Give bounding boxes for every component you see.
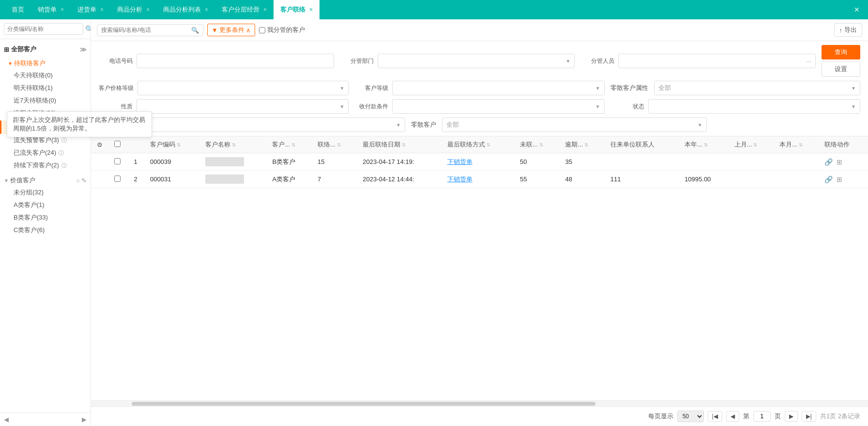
nav-close-customer-segmentation[interactable]: × [263, 6, 267, 13]
info-icon-lost: ⓘ [59, 150, 64, 156]
col-customer-code[interactable]: 客户编码 [145, 136, 200, 153]
person-input[interactable]: ··· [618, 54, 816, 68]
customer-type-dropdown-icon: ▼ [396, 122, 401, 128]
row1-grid-icon[interactable]: ⊞ [837, 158, 842, 166]
col-unit-contact[interactable]: 往来单位联系人 [606, 136, 680, 153]
customer-grade-select[interactable]: ▼ [392, 81, 604, 95]
row2-grid-icon[interactable]: ⊞ [837, 176, 842, 183]
col-last-month[interactable]: 上月... [730, 136, 775, 153]
row2-last-date: 2023-04-12 14:44: [358, 171, 442, 188]
phone-input[interactable] [137, 54, 334, 68]
sidebar-search-input[interactable] [4, 23, 83, 35]
row2-checkbox[interactable] [108, 171, 126, 188]
sidebar-all-customers[interactable]: ⊞ 全部客户 ≫ [0, 42, 91, 57]
nav-product-analysis-list[interactable]: 商品分析列表 × [156, 0, 215, 19]
nav-close-purchase-order[interactable]: × [100, 6, 104, 13]
export-button[interactable]: ↑ 导出 [834, 23, 863, 37]
scrollbar-thumb[interactable] [132, 402, 595, 406]
per-page-select[interactable]: 50 20 100 [677, 411, 704, 422]
filter-row-4: ··· 客户类型 ▼ 零散客户 全部 ▼ [99, 118, 860, 132]
col-settings[interactable]: ⚙ [91, 136, 108, 153]
row1-last-month [730, 153, 775, 171]
my-customers-checkbox-container[interactable]: 我分管的客户 [259, 26, 305, 34]
sidebar-bottom-nav: ◀ ▶ [0, 412, 91, 426]
circle-icon-value[interactable]: ○ [76, 177, 80, 184]
sidebar-item-declining[interactable]: 持续下滑客户(2) ⓘ [0, 159, 91, 172]
sidebar-collapse-icon[interactable]: ≫ [80, 46, 87, 53]
retail-customer-select[interactable]: 全部 ▼ [442, 118, 707, 132]
sidebar-nav-right[interactable]: ▶ [82, 416, 87, 423]
row1-link-icon[interactable]: 🔗 [824, 158, 833, 166]
select-all-checkbox[interactable] [114, 141, 121, 147]
row1-checkbox[interactable] [108, 153, 126, 171]
col-this-year[interactable]: 本年... [680, 136, 730, 153]
first-page-button[interactable]: |◀ [708, 411, 722, 422]
nav-close-sales-order[interactable]: × [61, 6, 64, 13]
nav-close-product-analysis[interactable]: × [146, 6, 150, 13]
payment-select[interactable]: ▼ [392, 99, 604, 114]
settings-button[interactable]: 设置 [822, 61, 860, 77]
top-navigation: 首页 销货单 × 进货单 × 商品分析 × 商品分析列表 × 客户分层经营 × … [0, 0, 868, 19]
col-last-contact-method[interactable]: 最后联络方式 [442, 136, 515, 153]
sidebar-item-today[interactable]: 今天待联络(0) [0, 69, 91, 82]
sidebar-section-value[interactable]: ▼ 价值客户 ○ ✎ [0, 174, 91, 186]
row1-last-method[interactable]: 下销货单 [442, 153, 515, 171]
dept-select[interactable]: ▼ [378, 54, 575, 68]
customer-type-select[interactable]: ▼ [147, 118, 405, 132]
row1-check[interactable] [114, 158, 121, 164]
nav-product-analysis[interactable]: 商品分析 × [110, 0, 156, 19]
nav-close-customer-contact[interactable]: × [309, 6, 313, 13]
window-close-button[interactable]: × [850, 5, 863, 15]
status-select[interactable]: ▼ [648, 99, 860, 114]
sidebar-search-container: 🔍 [0, 19, 91, 39]
main-search-input[interactable] [101, 27, 189, 33]
query-button[interactable]: 查询 [822, 45, 860, 59]
col-overdue[interactable]: 逾期... [560, 136, 605, 153]
col-contacts[interactable]: 联络... [313, 136, 358, 153]
sidebar-item-tomorrow[interactable]: 明天待联络(1) [0, 82, 91, 94]
my-customers-checkbox[interactable] [259, 27, 265, 33]
nav-sales-order[interactable]: 销货单 × [31, 0, 71, 19]
price-grade-select[interactable]: ▼ [137, 81, 349, 95]
col-this-month[interactable]: 本月... [775, 136, 820, 153]
col-customer-name[interactable]: 客户名称 [200, 136, 267, 153]
search-box[interactable]: 🔍 [97, 24, 203, 36]
col-checkbox-header[interactable] [108, 136, 126, 153]
row2-check[interactable] [114, 176, 121, 182]
sidebar-item-a-class[interactable]: A类客户(1) [0, 199, 91, 211]
prev-page-button[interactable]: ◀ [726, 411, 739, 422]
row1-this-year [680, 153, 730, 171]
row2-last-method[interactable]: 下销货单 [442, 171, 515, 188]
col-category[interactable]: 客户... [267, 136, 312, 153]
nav-purchase-order[interactable]: 进货单 × [71, 0, 110, 19]
nav-close-product-analysis-list[interactable]: × [205, 6, 208, 13]
horizontal-scrollbar[interactable] [91, 400, 868, 406]
tooltip-abnormal: 距客户上次交易时长，超过了此客户的平均交易周期的1.5倍，则视为异常。 [7, 111, 91, 137]
row1-code[interactable]: 000039 [145, 153, 200, 171]
sidebar-item-b-class[interactable]: B类客户(33) [0, 211, 91, 224]
sidebar-item-c-class[interactable]: C类客户(6) [0, 224, 91, 236]
page-number-input[interactable] [753, 411, 771, 422]
sidebar-search-icon[interactable]: 🔍 [85, 25, 91, 33]
main-search-icon[interactable]: 🔍 [191, 27, 199, 34]
sidebar-content: ⊞ 全部客户 ≫ ▼ 待联络客户 今天待联络(0) 明天待联络(1) 近7天待联… [0, 39, 91, 412]
row2-code[interactable]: 000031 [145, 171, 200, 188]
sidebar-item-lost[interactable]: 已流失客户(24) ⓘ [0, 147, 91, 159]
next-page-button[interactable]: ▶ [785, 411, 798, 422]
edit-icon-value[interactable]: ✎ [81, 177, 87, 184]
col-last-contact-date[interactable]: 最后联络日期 [358, 136, 442, 153]
retail-attr-select[interactable]: 全部 ▼ [654, 81, 860, 95]
gender-select[interactable]: ▼ [137, 99, 349, 114]
more-conditions-button[interactable]: ▼ 更多条件 ∧ [207, 24, 255, 36]
sidebar-item-ungroup[interactable]: 未分组(32) [0, 186, 91, 199]
col-num [126, 136, 145, 153]
sidebar-section-pending[interactable]: ▼ 待联络客户 [0, 57, 91, 69]
col-uncontacted[interactable]: 未联... [515, 136, 560, 153]
last-page-button[interactable]: ▶| [802, 411, 816, 422]
nav-home[interactable]: 首页 [5, 0, 31, 19]
nav-customer-segmentation[interactable]: 客户分层经营 × [215, 0, 274, 19]
nav-customer-contact[interactable]: 客户联络 × [274, 0, 320, 19]
sidebar-item-7days[interactable]: 近7天待联络(0) [0, 94, 91, 107]
row2-link-icon[interactable]: 🔗 [824, 176, 833, 183]
sidebar-nav-left[interactable]: ◀ [4, 416, 9, 423]
